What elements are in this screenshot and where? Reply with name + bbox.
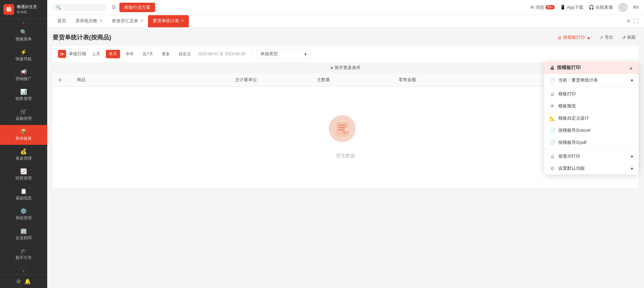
dropdown-template-print[interactable]: 🖨 模板打印 — [544, 88, 639, 100]
sales-icon: 📊 — [20, 89, 27, 95]
tab-close-batch-account[interactable]: ✕ — [99, 19, 103, 23]
page-actions: 🖨 按模板打印 ▲ ↗ 导出 ↺ 刷新 — [555, 33, 639, 42]
dropdown-header: 🖨 按模板打印 ▲ — [544, 61, 639, 74]
display-print-arrow: ▾ — [631, 154, 633, 159]
sidebar-logo: 畅 畅通好生意 标准版 — [0, 0, 47, 19]
trial-button[interactable]: 体验行业方案 — [119, 3, 155, 12]
page-title: 要货单统计表(按商品) — [53, 33, 111, 41]
filter-expand-icon[interactable]: ≫ — [58, 50, 66, 58]
dropdown-export-pdf[interactable]: 📄 按模板导出pdf — [544, 136, 639, 149]
export-pdf-icon: 📄 — [550, 140, 555, 145]
service-icon: 🎧 — [589, 5, 594, 10]
column-settings-icon[interactable]: ⚙ — [58, 77, 71, 83]
sidebar-item-enterprise[interactable]: 🏢 企业协同 — [0, 224, 47, 244]
marketing-icon: 📢 — [20, 69, 27, 75]
template-design-icon: 📐 — [550, 116, 555, 121]
template-preview-icon: 👁 — [550, 103, 555, 109]
sidebar-item-quick-nav[interactable]: ⚡ 快捷导航 — [0, 45, 47, 65]
basic-icon: 📋 — [20, 188, 27, 194]
dropdown-divider-2 — [544, 149, 639, 150]
sidebar-nav: 🔍 搜索菜单 ⚡ 快捷导航 📢 营销推广 📊 销售管理 🛒 采购管理 📦 库存核… — [0, 26, 47, 268]
svg-point-6 — [345, 128, 349, 132]
dropdown-export-excel[interactable]: 📄 按模板导出excel — [544, 124, 639, 136]
sidebar-scroll-up[interactable]: ▲ — [0, 19, 47, 26]
display-print-icon: 🖨 — [550, 154, 555, 159]
message-button[interactable]: ✉ 消息 99+ — [530, 4, 555, 10]
export-button[interactable]: ↗ 导出 — [597, 33, 616, 42]
set-default-icon: ⚙ — [550, 166, 555, 171]
date-btn-current-year[interactable]: 本年 — [123, 50, 137, 58]
tab-expand-icon[interactable]: ⛶ — [633, 18, 639, 24]
column-amount: 零售金额 — [399, 77, 475, 83]
finance-icon: 💰 — [20, 148, 27, 155]
sound-icon[interactable]: 🔔 — [24, 278, 31, 285]
template-print-icon: 🖨 — [550, 91, 555, 97]
sidebar-item-inventory[interactable]: 📦 库存核算 — [0, 125, 47, 145]
sidebar-item-basic[interactable]: 📋 基础信息 — [0, 185, 47, 204]
sidebar-item-operation[interactable]: 📈 经营管理 — [0, 165, 47, 185]
settings-icon[interactable]: ⚙ — [16, 278, 21, 285]
online-service-button[interactable]: 🎧 在线客服 — [589, 4, 613, 10]
purchase-icon: 🛒 — [20, 108, 27, 115]
dropdown-template-design[interactable]: 📐 模板自定义设计 — [544, 112, 639, 124]
sidebar-item-search[interactable]: 🔍 搜索菜单 — [0, 26, 47, 45]
dropdown-chevron-icon[interactable]: ▲ — [628, 65, 633, 70]
topbar-right: ✉ 消息 99+ 📱 App下载 🎧 在线客服 Rit — [530, 3, 639, 12]
export-excel-icon: 📄 — [550, 128, 555, 133]
sidebar-item-purchase[interactable]: 🛒 采购管理 — [0, 105, 47, 125]
date-btn-last-7days[interactable]: 近7天 — [140, 50, 156, 58]
sidebar-scroll-down[interactable]: ▼ — [0, 268, 47, 275]
sidebar-item-system[interactable]: ⚙️ 系统管理 — [0, 204, 47, 224]
sidebar-item-finance[interactable]: 💰 资金管理 — [0, 145, 47, 165]
refresh-button[interactable]: ↺ 刷新 — [619, 33, 639, 42]
sidebar-item-sales[interactable]: 📊 销售管理 — [0, 85, 47, 105]
tabs-bar: 首页 库存批次账 ✕ 收发存汇总表 ✕ 要货单统计表 ✕ ✕ ⛶ — [47, 15, 644, 28]
tab-home[interactable]: 首页 — [53, 15, 71, 27]
dropdown-menu: 🖨 按模板打印 ▲ 📄 当前：要货单统计表 ▾ 🖨 模板打印 👁 模板预览 — [544, 61, 639, 174]
date-btn-prev-month[interactable]: 上月 — [89, 50, 103, 58]
avatar[interactable] — [618, 3, 628, 12]
dropdown-template-preview[interactable]: 👁 模板预览 — [544, 100, 639, 112]
dropdown-display-print[interactable]: 🖨 按显示打印 ▾ — [544, 150, 639, 162]
tab-close-receipt-summary[interactable]: ✕ — [140, 19, 143, 23]
empty-image — [329, 115, 362, 149]
app-logo-text: 畅通好生意 标准版 — [17, 4, 37, 14]
dropdown-current-icon: 📄 — [550, 77, 555, 83]
dropdown-current-item[interactable]: 📄 当前：要货单统计表 ▾ — [544, 74, 639, 86]
tabs-right-controls: ✕ ⛶ — [626, 18, 639, 24]
inventory-icon: 📦 — [20, 128, 27, 135]
sidebar-item-apps[interactable]: 🔲 应用中心 — [0, 264, 47, 268]
sidebar-item-marketing[interactable]: 📢 营销推广 — [0, 65, 47, 85]
set-default-arrow: ▾ — [631, 166, 633, 171]
tab-batch-account[interactable]: 库存批次账 ✕ — [71, 15, 107, 27]
topbar-gear-icon[interactable]: ⚙ — [111, 4, 116, 10]
system-icon: ⚙️ — [20, 208, 27, 214]
date-btn-custom[interactable]: 自定义 — [176, 50, 194, 58]
dropdown-set-default[interactable]: ⚙ 设置默认功能 ▾ — [544, 162, 639, 174]
dropdown-current-arrow: ▾ — [631, 78, 633, 83]
column-unit: 主计量单位 — [235, 77, 312, 83]
svg-rect-2 — [338, 125, 346, 126]
tab-receipt-summary[interactable]: 收发存汇总表 ✕ — [107, 15, 148, 27]
sidebar-item-newbie[interactable]: 🎓 新手引导 — [0, 244, 47, 264]
column-product: 商品 — [77, 77, 230, 83]
date-label: 单据日期 — [69, 51, 86, 57]
sidebar-bottom: ⚙ 🔔 — [0, 275, 47, 288]
tab-order-stats[interactable]: 要货单统计表 ✕ — [148, 15, 189, 27]
tab-close-order-stats[interactable]: ✕ — [181, 19, 184, 23]
expand-more-button[interactable]: ▾ 展开更多条件 — [331, 65, 361, 71]
newbie-icon: 🎓 — [20, 248, 27, 254]
date-btn-current-month[interactable]: 本月 — [106, 50, 120, 58]
main-area: 🔍 ⚙ 体验行业方案 ✉ 消息 99+ 📱 App下载 🎧 在线客服 Rit — [47, 0, 644, 288]
tab-close-all-icon[interactable]: ✕ — [626, 18, 631, 24]
app-download-button[interactable]: 📱 App下载 — [560, 4, 583, 10]
print-chevron-up-icon: ▲ — [586, 35, 591, 40]
print-icon: 🖨 — [557, 35, 562, 40]
date-btn-more[interactable]: 更多 — [159, 50, 173, 58]
quick-nav-icon: ⚡ — [20, 49, 27, 55]
sidebar: 畅 畅通好生意 标准版 ▲ 🔍 搜索菜单 ⚡ 快捷导航 📢 营销推广 📊 销售管… — [0, 0, 47, 288]
print-template-button[interactable]: 🖨 按模板打印 ▲ — [555, 33, 593, 42]
topbar-search[interactable]: 🔍 — [53, 4, 107, 11]
order-type-select[interactable]: 单据类型 ▾ — [257, 49, 311, 59]
page-header: 要货单统计表(按商品) 🖨 按模板打印 ▲ ↗ 导出 ↺ 刷新 — [53, 33, 639, 42]
